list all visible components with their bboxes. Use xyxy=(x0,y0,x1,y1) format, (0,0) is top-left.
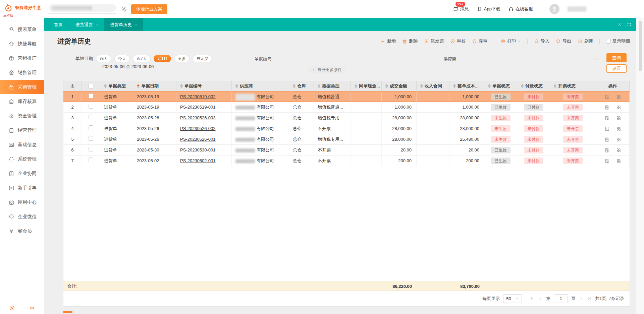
sidebar-item-money[interactable]: 资金管理 xyxy=(0,109,44,123)
sort-icon[interactable] xyxy=(554,84,556,88)
col-header[interactable]: 供应商 xyxy=(232,81,289,91)
toolbar-plus-button[interactable]: 新增 xyxy=(380,38,396,44)
chevron-down-icon[interactable] xyxy=(109,6,113,10)
sidebar-item-collab[interactable]: 企业协同 xyxy=(0,166,44,181)
supplier-input[interactable] xyxy=(462,55,583,63)
doc-no-link[interactable]: PS-20230519-002 xyxy=(180,94,216,99)
table-row[interactable]: 3进货单2023-05-26PS-20230526-003有限公司总仓增值税专用… xyxy=(63,113,630,123)
select-all[interactable] xyxy=(82,81,100,91)
toolbar-trash-button[interactable]: 删除 xyxy=(402,38,418,44)
global-search[interactable] xyxy=(49,4,116,14)
row-select[interactable] xyxy=(82,155,100,166)
sidebar-item-appcenter[interactable]: 应用中心 xyxy=(0,195,44,209)
close-all-tabs-icon[interactable] xyxy=(618,22,622,27)
sidebar-item-loader[interactable]: 系统管理 xyxy=(0,152,44,166)
first-page-button[interactable] xyxy=(530,296,535,301)
sidebar-item-home[interactable]: 快捷导航 xyxy=(0,37,44,51)
per-page-select[interactable]: 50 xyxy=(503,294,522,303)
topbar-phone[interactable]: App下载 xyxy=(477,6,500,12)
sidebar-item-store[interactable]: 销售管理 xyxy=(0,65,44,80)
col-header[interactable]: 仓库 xyxy=(289,81,314,91)
col-header[interactable]: 成交金额 xyxy=(382,81,417,91)
search-input[interactable] xyxy=(49,4,116,12)
col-header[interactable]: 单据状态 xyxy=(484,81,517,91)
more-actions-icon[interactable] xyxy=(616,95,621,100)
toolbar-invoice-plus-button[interactable]: 添发票 xyxy=(424,38,444,44)
toolbar-import-button[interactable]: 导入 xyxy=(534,38,549,44)
sidebar-item-search[interactable]: 搜索菜单 xyxy=(0,22,44,37)
sidebar-item-idcard[interactable]: 基础信息 xyxy=(0,137,44,152)
toolbar-export-button[interactable]: 导出 xyxy=(556,38,571,44)
row-checkbox[interactable] xyxy=(89,136,93,141)
date-pill-近1月[interactable]: 近1月 xyxy=(154,55,171,62)
date-pill-更多[interactable]: 更多 xyxy=(174,55,190,62)
sidebar-item-warehouse[interactable]: 库存核算 xyxy=(0,94,44,109)
sort-icon[interactable] xyxy=(318,84,320,88)
query-button[interactable]: 查询 xyxy=(606,53,627,62)
col-header[interactable]: 单据类型 xyxy=(100,81,133,91)
view-detail-icon[interactable] xyxy=(604,137,609,142)
sort-icon[interactable] xyxy=(488,84,491,88)
show-detail-checkbox[interactable] xyxy=(606,39,611,44)
sort-icon[interactable] xyxy=(521,84,524,88)
table-row[interactable]: 6进货单2023-05-30PS-20230530-001有限公司总仓不开票20… xyxy=(63,145,630,155)
doc-no-link[interactable]: PS-20230530-001 xyxy=(180,147,216,152)
tab-1[interactable]: 进货退货 xyxy=(70,18,104,31)
tab-0[interactable]: 首页 xyxy=(47,18,70,31)
col-header[interactable]: 整单成本... xyxy=(449,81,484,91)
sidebar-item-vip[interactable]: 畅会员 xyxy=(0,224,44,238)
more-actions-icon[interactable] xyxy=(616,105,621,110)
col-header[interactable]: 同单现金... xyxy=(351,81,382,91)
sidebar-item-gift[interactable]: 营销推广 xyxy=(0,51,44,65)
view-detail-icon[interactable] xyxy=(604,126,609,131)
expand-more-conditions-button[interactable]: 展开更多条件 xyxy=(308,66,346,73)
sort-icon[interactable] xyxy=(180,84,183,88)
doc-no-link[interactable]: PS-20230526-001 xyxy=(180,137,216,142)
vertical-scrollbar[interactable] xyxy=(636,18,644,314)
settings-icon[interactable] xyxy=(9,305,15,311)
sort-icon[interactable] xyxy=(420,84,423,88)
more-actions-icon[interactable] xyxy=(616,137,621,142)
filter-settings-button[interactable]: 设置 xyxy=(606,64,627,73)
sidebar-item-bag[interactable]: 采购管理 xyxy=(0,80,44,94)
col-header[interactable]: 票据类型 xyxy=(314,81,351,91)
row-select[interactable] xyxy=(82,113,100,123)
row-select[interactable] xyxy=(82,102,100,113)
row-checkbox[interactable] xyxy=(89,93,93,98)
date-pill-昨天[interactable]: 昨天 xyxy=(96,55,111,62)
gear-icon[interactable] xyxy=(121,6,127,12)
row-checkbox[interactable] xyxy=(89,125,93,130)
table-row[interactable]: 5进货单2023-05-26PS-20230526-001有限公司总仓增值税专用… xyxy=(63,134,630,145)
tab-2[interactable]: 进货单历史 xyxy=(104,18,143,31)
sort-icon[interactable] xyxy=(385,84,388,88)
view-detail-icon[interactable] xyxy=(604,116,609,121)
doc-no-link[interactable]: PS-20230526-002 xyxy=(180,126,216,131)
avatar[interactable] xyxy=(549,4,559,14)
more-actions-icon[interactable] xyxy=(616,116,621,121)
col-header[interactable]: 单据编号 xyxy=(176,81,232,91)
view-detail-icon[interactable] xyxy=(604,95,609,100)
view-detail-icon[interactable] xyxy=(604,159,609,164)
row-checkbox[interactable] xyxy=(89,104,93,109)
table-row[interactable]: 4进货单2023-05-26PS-20230526-002有限公司总仓不开票28… xyxy=(63,123,630,134)
sort-icon[interactable] xyxy=(355,84,357,88)
sidebar-item-wechat[interactable]: 企业微信 xyxy=(0,209,44,224)
column-settings[interactable] xyxy=(63,81,82,91)
scrollbar-thumb[interactable] xyxy=(639,21,642,71)
more-filters-icon[interactable] xyxy=(592,55,600,63)
col-header[interactable]: 付款状态 xyxy=(517,81,550,91)
sort-icon[interactable] xyxy=(235,84,238,88)
doc-no-input[interactable] xyxy=(278,55,431,63)
show-detail-toggle[interactable]: 显示明细 xyxy=(606,38,630,44)
view-detail-icon[interactable] xyxy=(604,105,609,110)
date-pill-今天[interactable]: 今天 xyxy=(114,55,130,62)
more-actions-icon[interactable] xyxy=(616,159,621,164)
topbar-headset[interactable]: 在线客服 xyxy=(508,6,533,12)
col-header[interactable]: 开票状态 xyxy=(550,81,596,91)
toolbar-shield-check-button[interactable]: 审核 xyxy=(450,38,466,44)
col-header[interactable]: 收入合同 xyxy=(417,81,449,91)
sort-icon[interactable] xyxy=(104,84,107,88)
next-page-button[interactable] xyxy=(579,296,584,301)
sidebar-item-newbie[interactable]: 新新手引导 xyxy=(0,181,44,195)
tab-close-icon[interactable] xyxy=(96,23,99,26)
